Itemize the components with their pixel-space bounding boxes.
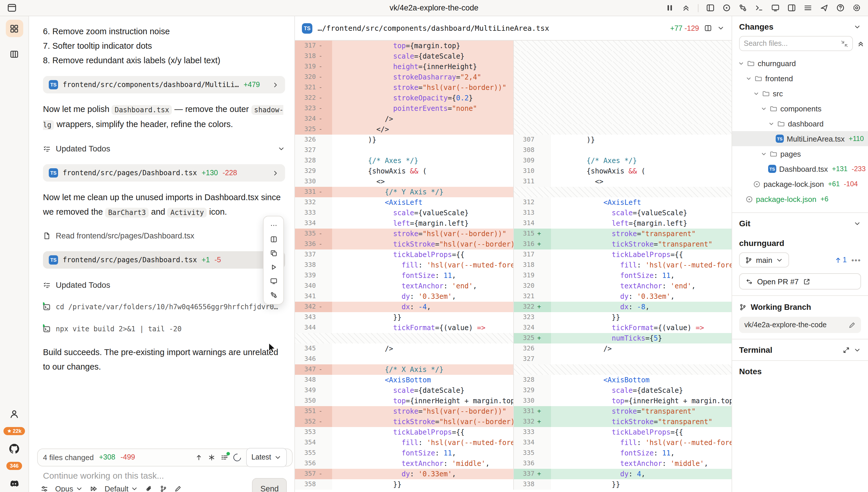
diff-file-path: …/frontend/src/components/dashboard/Mult… bbox=[318, 24, 549, 32]
changes-section-header[interactable]: Changes bbox=[732, 16, 868, 36]
more-options-icon[interactable] bbox=[270, 222, 277, 229]
commits-ahead[interactable]: 1 bbox=[835, 256, 847, 264]
working-branch-value[interactable]: vk/4e2a-explore-the-code bbox=[739, 317, 861, 333]
todo-line: 6. Remove zoom instruction noise bbox=[43, 24, 285, 39]
git-more-options[interactable]: ••• bbox=[851, 255, 861, 264]
diff-row: 326 )}307 )} bbox=[295, 134, 731, 145]
collapse-all-icon[interactable] bbox=[857, 40, 865, 47]
todo-line: 8. Remove redundant axis labels (x/y lab… bbox=[43, 53, 285, 68]
updated-todos-row[interactable]: Updated Todos bbox=[43, 278, 285, 292]
tree-item-churnguard[interactable]: churnguard bbox=[732, 56, 868, 71]
compare-icon[interactable] bbox=[270, 291, 277, 299]
tree-item-MultiLineArea.tsx[interactable]: TSMultiLineArea.tsx+110-162 bbox=[732, 131, 868, 146]
tree-item-components[interactable]: components bbox=[732, 101, 868, 116]
updated-todos-label: Updated Todos bbox=[56, 278, 110, 292]
changes-status-bar: 4 files changed +308 -499 Latest bbox=[37, 448, 292, 466]
tree-item-frontend[interactable]: frontend bbox=[732, 71, 868, 86]
terminal-section-header[interactable]: Terminal bbox=[732, 339, 868, 359]
collapse-chat-icon[interactable] bbox=[682, 3, 690, 12]
run-icon[interactable] bbox=[270, 264, 277, 271]
package-icon bbox=[753, 180, 760, 188]
tree-item-dashboard[interactable]: dashboard bbox=[732, 116, 868, 131]
help-icon[interactable] bbox=[836, 3, 845, 12]
branch-selector[interactable]: main bbox=[739, 252, 789, 268]
tree-item-package-lock.json[interactable]: package-lock.json+6 bbox=[732, 192, 868, 206]
terminal-command-icon bbox=[43, 325, 50, 333]
collapse-diagonal-icon[interactable] bbox=[841, 40, 848, 47]
chevron-down-icon[interactable] bbox=[717, 24, 725, 32]
notes-section-header[interactable]: Notes bbox=[732, 361, 868, 380]
pen-icon[interactable] bbox=[174, 485, 182, 492]
split-view-icon[interactable] bbox=[704, 24, 712, 32]
diff-row: 324- /> bbox=[295, 114, 731, 124]
panel-right-icon[interactable] bbox=[787, 3, 796, 12]
menu-icon[interactable] bbox=[803, 3, 812, 12]
diff-row: 330 <>311 <> bbox=[295, 176, 731, 187]
diff-view-icon[interactable] bbox=[270, 236, 277, 243]
tree-item-pages[interactable]: pages bbox=[732, 146, 868, 161]
typescript-icon: TS bbox=[768, 165, 776, 173]
sliders-icon[interactable] bbox=[41, 485, 48, 492]
fast-forward-icon[interactable] bbox=[90, 485, 97, 492]
caret-down-icon bbox=[753, 90, 759, 97]
app-window-icon[interactable] bbox=[7, 3, 17, 13]
board-tab[interactable] bbox=[5, 45, 23, 63]
tree-item-package-lock.json[interactable]: package-lock.json+61-104 bbox=[732, 176, 868, 192]
mode-dropdown[interactable]: Default bbox=[104, 482, 138, 492]
search-box[interactable] bbox=[739, 36, 853, 51]
arrow-up-icon[interactable] bbox=[195, 454, 203, 461]
terminal-icon[interactable] bbox=[755, 3, 764, 12]
terminal-command-row[interactable]: npx vite build 2>&1 | tail -20 bbox=[43, 322, 285, 337]
github-button[interactable] bbox=[5, 440, 23, 457]
git-section-header[interactable]: Git bbox=[732, 213, 868, 233]
diff-row: 339 fontSize: 11,319 fontSize: 11, bbox=[295, 270, 731, 281]
folder-icon bbox=[762, 90, 770, 97]
file-diff-chip[interactable]: TS frontend/src/components/dashboard/Mul… bbox=[43, 76, 285, 93]
pull-request-icon bbox=[746, 278, 753, 285]
share-icon[interactable] bbox=[820, 3, 828, 12]
updated-todos-row[interactable]: Updated Todos bbox=[43, 142, 285, 156]
pause-icon[interactable] bbox=[665, 3, 674, 12]
diff-row: 351- stroke="hsl(var(--border))"331+ str… bbox=[295, 406, 731, 417]
expand-icon[interactable] bbox=[842, 346, 850, 353]
tree-item-src[interactable]: src bbox=[732, 86, 868, 101]
chat-input-toolbar: Opus Default bbox=[41, 478, 287, 492]
caret-down-icon bbox=[760, 151, 767, 157]
chevron-down-icon bbox=[853, 23, 861, 30]
open-pr-button[interactable]: Open PR #7 bbox=[739, 273, 861, 290]
tree-item-name: package-lock.json bbox=[756, 195, 816, 203]
terminal-command-row[interactable]: cd /private/var/folders/10/h7w0q46556ggr… bbox=[43, 300, 285, 315]
file-diff-chip-hovered[interactable]: TS frontend/src/pages/Dashboard.tsx +1 -… bbox=[43, 251, 285, 269]
account-button[interactable] bbox=[5, 405, 23, 422]
message-dot-icon[interactable] bbox=[722, 3, 731, 12]
settings-gear-icon[interactable] bbox=[852, 3, 861, 12]
send-button[interactable]: Send bbox=[252, 478, 287, 492]
asterisk-icon[interactable] bbox=[208, 454, 215, 461]
chevron-down-icon bbox=[776, 256, 783, 264]
panel-left-icon[interactable] bbox=[706, 3, 715, 12]
chat-panel: 6. Remove zoom instruction noise 7. Soft… bbox=[29, 16, 295, 492]
tree-item-name: frontend bbox=[765, 74, 793, 83]
latest-dropdown[interactable]: Latest bbox=[246, 448, 287, 467]
discord-members-badge: 346 bbox=[5, 461, 23, 471]
todo-list-icon[interactable] bbox=[220, 454, 228, 461]
git-compare-icon[interactable] bbox=[738, 3, 747, 12]
workspace-tab-active[interactable] bbox=[5, 20, 23, 37]
search-input[interactable] bbox=[744, 40, 837, 48]
discord-button[interactable] bbox=[5, 474, 23, 492]
file-diff-chip[interactable]: TS frontend/src/pages/Dashboard.tsx +130… bbox=[43, 164, 285, 181]
added-count: +61 bbox=[828, 180, 840, 188]
changed-files-tree: churnguardfrontendsrccomponentsdashboard… bbox=[732, 56, 868, 206]
diff-row: 341 dy: '0.33em',321 dy: '0.33em', bbox=[295, 291, 731, 302]
tree-item-name: pages bbox=[780, 149, 801, 158]
attachment-icon[interactable] bbox=[145, 485, 153, 492]
edit-pencil-icon[interactable] bbox=[848, 321, 856, 329]
branch-icon[interactable] bbox=[160, 485, 167, 492]
preview-icon[interactable] bbox=[270, 277, 277, 285]
display-icon[interactable] bbox=[771, 3, 780, 12]
tree-item-Dashboard.tsx[interactable]: TSDashboard.tsx+131-233 bbox=[732, 161, 868, 176]
copy-icon[interactable] bbox=[270, 249, 277, 257]
diff-row: 352- tickStroke="hsl(var(--border))"332+… bbox=[295, 417, 731, 427]
read-file-row[interactable]: Read frontend/src/pages/Dashboard.tsx bbox=[43, 228, 285, 243]
model-dropdown[interactable]: Opus bbox=[55, 482, 83, 492]
